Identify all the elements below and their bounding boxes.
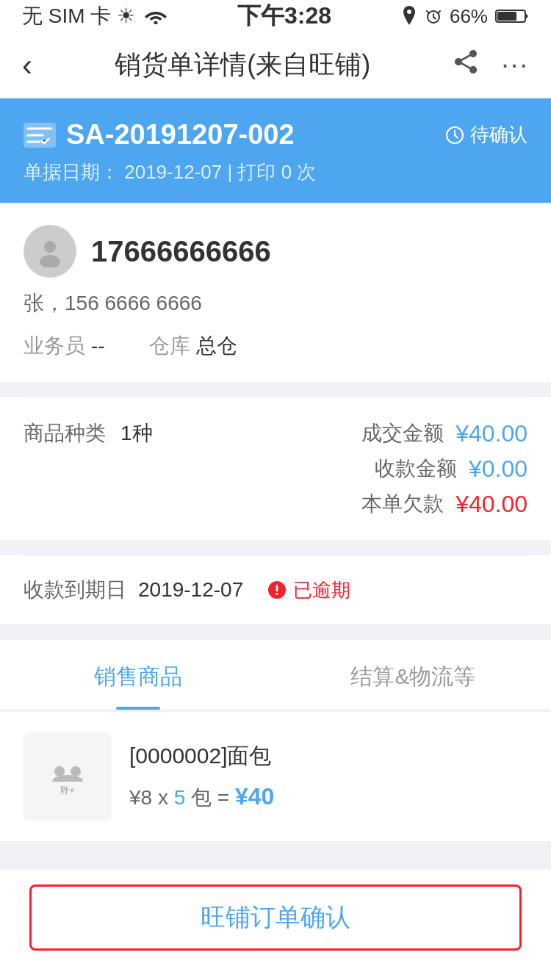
clock-icon [445, 126, 464, 145]
received-label: 收款金额 [375, 455, 457, 483]
product-item: 野+ [0000002]面包 ¥8 x 5 包 = ¥40 [0, 712, 551, 842]
product-list: 野+ [0000002]面包 ¥8 x 5 包 = ¥40 [0, 712, 551, 842]
product-type-row: 商品种类 1种 [24, 419, 361, 447]
order-header-card: SA-20191207-002 待确认 单据日期： 2019-12-07 | 打… [0, 98, 551, 203]
overdue-badge: 已逾期 [267, 577, 350, 603]
tabs: 销售商品 结算&物流等 [0, 640, 551, 710]
tab-sales-products[interactable]: 销售商品 [0, 640, 276, 710]
product-thumbnail: 野+ [24, 732, 112, 821]
product-type-value: 1种 [120, 419, 153, 447]
svg-point-6 [44, 241, 56, 253]
product-type-label: 商品种类 [24, 419, 106, 447]
received-row: 收款金额 ¥0.00 [375, 455, 527, 483]
more-icon[interactable]: ··· [501, 49, 529, 81]
equals-sign: = [217, 786, 229, 809]
due-date-label: 收款到期日 [24, 576, 126, 604]
svg-point-7 [40, 255, 60, 267]
product-info: [0000002]面包 ¥8 x 5 包 = ¥40 [129, 741, 527, 812]
nav-bar: ‹ 销货单详情(来自旺铺) ··· [0, 32, 551, 98]
quantity: 5 [174, 786, 186, 809]
status-time: 下午3:28 [237, 0, 331, 32]
amount-row: 成交金额 ¥40.00 [361, 419, 527, 447]
unit: 包 [191, 786, 212, 809]
multiply-sign: x [158, 786, 168, 809]
due-date-value: 2019-12-07 [138, 578, 243, 602]
confirm-button[interactable]: 旺铺订单确认 [29, 884, 522, 951]
svg-point-10 [54, 766, 65, 777]
warehouse-label: 仓库 [149, 332, 190, 360]
alarm-icon [425, 7, 442, 25]
wifi-icon [144, 8, 168, 24]
amount-value: ¥40.00 [455, 420, 527, 447]
salesperson-value: -- [91, 334, 105, 358]
customer-card: 17666666666 张，156 6666 6666 业务员 -- 仓库 总仓 [0, 203, 551, 382]
tab-settlement[interactable]: 结算&物流等 [276, 640, 551, 710]
warehouse-value: 总仓 [196, 332, 237, 360]
svg-point-11 [71, 766, 81, 777]
bottom-bar: 旺铺订单确认 [0, 870, 551, 980]
avatar [24, 225, 76, 278]
page-title: 销货单详情(来自旺铺) [115, 47, 370, 83]
product-name: [0000002]面包 [129, 741, 527, 771]
svg-rect-3 [497, 12, 516, 21]
status-right: 66% [401, 5, 529, 28]
total-price: ¥40 [235, 783, 274, 810]
product-price: ¥8 x 5 包 = ¥40 [129, 783, 527, 812]
salesperson-label: 业务员 [24, 332, 85, 360]
sim-status: 无 SIM 卡 ☀ [22, 2, 135, 30]
customer-phone: 17666666666 [91, 235, 271, 268]
order-icon [24, 123, 56, 148]
due-row: 本单欠款 ¥40.00 [361, 490, 527, 518]
due-date-card: 收款到期日 2019-12-07 已逾期 [0, 555, 551, 624]
customer-name: 张，156 6666 6666 [24, 289, 527, 317]
svg-point-0 [154, 21, 158, 25]
due-value: ¥40.00 [455, 491, 527, 518]
warning-icon [267, 580, 287, 600]
share-icon[interactable] [453, 48, 479, 82]
amount-label: 成交金额 [361, 419, 444, 447]
received-value: ¥0.00 [469, 455, 527, 483]
back-button[interactable]: ‹ [22, 50, 32, 81]
battery-icon [495, 8, 529, 24]
status-bar: 无 SIM 卡 ☀ 下午3:28 66% [0, 0, 551, 32]
status-badge: 待确认 [445, 122, 527, 148]
location-icon [401, 6, 417, 26]
due-label: 本单欠款 [361, 490, 444, 518]
svg-point-9 [276, 593, 278, 595]
summary-card: 商品种类 1种 成交金额 ¥40.00 收款金额 ¥0.00 本单欠款 ¥40.… [0, 397, 551, 540]
customer-info-row: 业务员 -- 仓库 总仓 [24, 332, 527, 360]
svg-text:野+: 野+ [60, 785, 74, 796]
price-unit: ¥8 [129, 786, 152, 809]
status-left: 无 SIM 卡 ☀ [22, 2, 168, 30]
nav-actions: ··· [453, 48, 529, 82]
order-date: 单据日期： 2019-12-07 | 打印 0 次 [24, 159, 527, 185]
order-id: SA-20191207-002 [24, 119, 295, 151]
battery-percent: 66% [450, 5, 488, 28]
